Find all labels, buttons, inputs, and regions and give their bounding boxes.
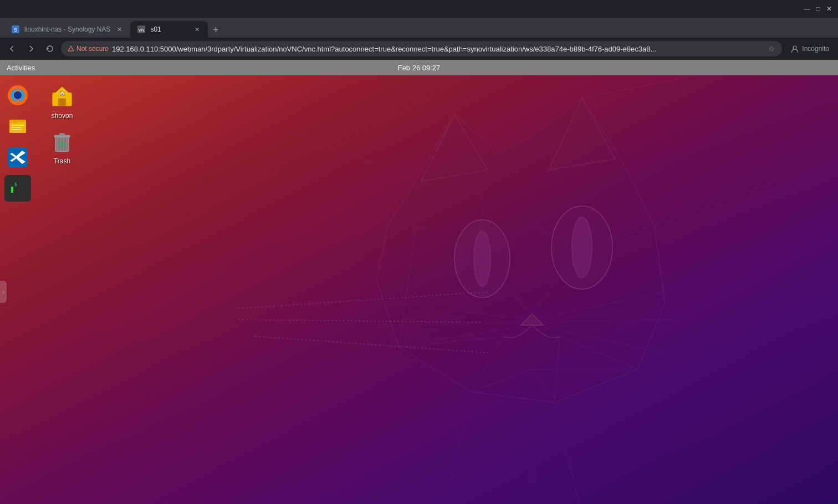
minimize-button[interactable]: — (803, 4, 811, 13)
tab-nas-label: linuxhint-nas - Synology NAS (24, 25, 110, 33)
security-warning: ! Not secure (68, 45, 109, 53)
desktop-icon-home[interactable]: 🏠 shovon (40, 80, 84, 123)
tab-s01-close[interactable]: ✕ (192, 25, 201, 34)
back-button[interactable] (4, 41, 20, 56)
svg-text:▊: ▊ (11, 187, 14, 193)
dock-item-firefox[interactable] (4, 82, 31, 109)
svg-point-5 (793, 46, 796, 49)
security-warning-text: Not secure (76, 45, 109, 53)
ubuntu-desktop[interactable]: _$ ▊ 🏠 shovon (0, 75, 838, 504)
tab-s01[interactable]: VN s01 ✕ (130, 21, 208, 38)
expand-handle[interactable]: › (0, 281, 7, 303)
close-button[interactable]: ✕ (825, 4, 834, 13)
system-clock: Feb 26 09:27 (398, 64, 441, 72)
dock-item-vscode[interactable] (4, 144, 31, 171)
trash-can-icon: ♻ (49, 128, 75, 155)
home-icon-label: shovon (52, 112, 73, 120)
address-bar: ! Not secure 192.168.0.110:5000/webman/3… (0, 38, 838, 60)
reload-button[interactable] (42, 41, 58, 56)
tab-nas-close[interactable]: ✕ (115, 25, 124, 34)
svg-rect-55 (11, 125, 24, 126)
maximize-button[interactable]: □ (814, 4, 822, 13)
svg-rect-56 (11, 127, 21, 128)
forward-button[interactable] (23, 41, 39, 56)
desktop-icon-trash[interactable]: ♻ Trash (40, 125, 84, 168)
new-tab-button[interactable]: + (208, 22, 223, 38)
tab-s01-favicon: VN (137, 25, 146, 34)
tab-s01-label: s01 (150, 25, 161, 33)
svg-rect-57 (11, 129, 22, 130)
incognito-label: Incognito (802, 45, 829, 53)
svg-text:🏠: 🏠 (59, 90, 65, 96)
svg-text:S: S (14, 27, 17, 33)
svg-point-51 (14, 91, 22, 99)
wallpaper (0, 75, 838, 504)
title-bar: — □ ✕ (0, 0, 838, 18)
activities-button[interactable]: Activities (7, 64, 35, 72)
ubuntu-topbar: Activities Feb 26 09:27 (0, 60, 838, 75)
desktop-wrapper: Activities Feb 26 09:27 (0, 60, 838, 504)
tab-nas-favicon: S (11, 25, 20, 34)
tab-bar: S linuxhint-nas - Synology NAS ✕ VN s01 … (0, 18, 838, 38)
bookmark-button[interactable]: ☆ (768, 44, 775, 53)
svg-rect-65 (58, 99, 66, 106)
tab-nas[interactable]: S linuxhint-nas - Synology NAS ✕ (4, 21, 130, 38)
incognito-indicator: Incognito (785, 44, 834, 54)
svg-text:VN: VN (139, 28, 145, 33)
home-folder-icon: 🏠 (49, 83, 75, 110)
svg-rect-54 (9, 120, 17, 123)
url-container[interactable]: ! Not secure 192.168.0.110:5000/webman/3… (61, 41, 782, 56)
window-controls: — □ ✕ (803, 4, 834, 13)
svg-text:!: ! (70, 48, 71, 51)
dock-item-files[interactable] (4, 113, 31, 140)
trash-icon-label: Trash (54, 157, 70, 165)
browser-chrome: — □ ✕ S linuxhint-nas - Synology NAS ✕ V… (0, 0, 838, 60)
svg-rect-70 (59, 133, 65, 135)
dock-item-terminal[interactable]: _$ ▊ (4, 175, 31, 202)
svg-text:_$: _$ (11, 182, 17, 187)
url-text: 192.168.0.110:5000/webman/3rdparty/Virtu… (112, 45, 765, 53)
desktop-icons: 🏠 shovon ♻ (40, 80, 84, 168)
